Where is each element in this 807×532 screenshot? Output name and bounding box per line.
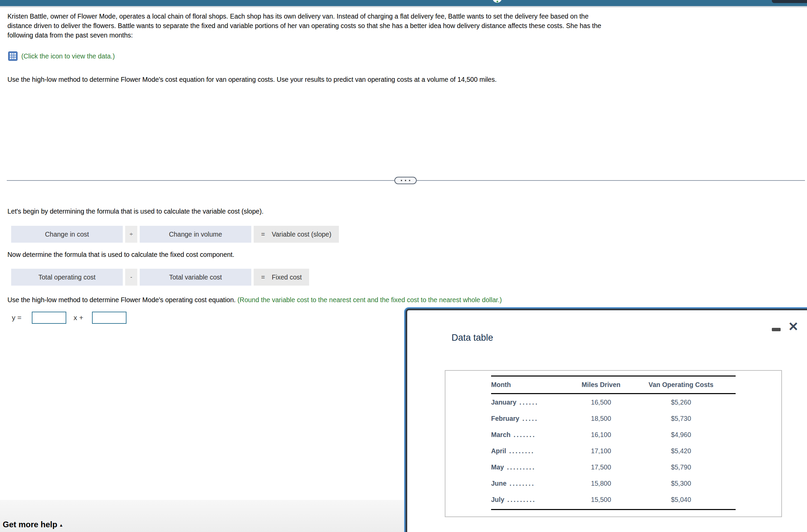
fixed-term1-answer[interactable]: Total operating cost <box>11 269 123 286</box>
fixed-formula-row: Total operating cost - Total variable co… <box>11 269 309 286</box>
slope-intro: Let's begin by determining the formula t… <box>7 208 263 215</box>
fixed-result-label: Fixed cost <box>272 273 302 281</box>
rounding-note: (Round the variable cost to the nearest … <box>237 296 502 304</box>
variable-cost-input[interactable] <box>32 311 66 324</box>
fixed-cost-input[interactable] <box>92 311 127 324</box>
equals-sign: = <box>261 230 265 238</box>
problem-line-3: following data from the past seven month… <box>7 31 802 40</box>
problem-line-1: Kristen Battle, owner of Flower Mode, op… <box>7 12 802 21</box>
close-icon[interactable]: ✕ <box>788 320 799 333</box>
slope-result-label: Variable cost (slope) <box>272 230 331 238</box>
equation-instruction: Use the high-low method to determine Flo… <box>7 296 502 304</box>
data-link-row: (Click the icon to view the data.) <box>8 51 115 61</box>
view-data-link[interactable]: (Click the icon to view the data.) <box>21 52 115 60</box>
minus-operator: - <box>125 269 137 286</box>
header-miles: Miles Driven <box>576 381 626 389</box>
slope-term1-answer[interactable]: Change in cost <box>11 226 123 243</box>
table-row: February..... 18,500 $5,730 <box>491 410 736 426</box>
ellipsis-icon <box>401 180 402 181</box>
get-more-help-button[interactable]: Get more help ▴ <box>3 520 62 529</box>
table-header-row: Month Miles Driven Van Operating Costs <box>491 376 736 394</box>
header-month: Month <box>491 381 576 389</box>
header-costs: Van Operating Costs <box>626 381 736 389</box>
fixed-intro: Now determine the formula that is used t… <box>7 251 234 259</box>
cropped-avatar-icon <box>493 0 502 3</box>
data-table: Month Miles Driven Van Operating Costs J… <box>491 376 736 510</box>
table-row: June........ 15,800 $5,300 <box>491 475 736 491</box>
equals-sign: = <box>261 273 265 281</box>
slope-formula-row: Change in cost ÷ Change in volume = Vari… <box>11 226 339 243</box>
equation-mid-label: x + <box>74 314 84 322</box>
slope-result-box: = Variable cost (slope) <box>254 226 339 243</box>
dialog-title: Data table <box>452 332 493 343</box>
slope-term2-answer[interactable]: Change in volume <box>140 226 251 243</box>
cropped-corner-panel <box>772 0 807 3</box>
data-table-dialog: Data table ✕ Month Miles Driven Van Oper… <box>404 307 807 532</box>
table-row: April........ 17,100 $5,420 <box>491 443 736 459</box>
minimize-icon[interactable] <box>772 328 781 331</box>
divide-operator: ÷ <box>125 226 137 243</box>
chevron-up-icon: ▴ <box>60 522 62 528</box>
page: Kristen Battle, owner of Flower Mode, op… <box>0 0 807 532</box>
data-table-container: Month Miles Driven Van Operating Costs J… <box>445 370 782 517</box>
problem-line-2: distance driven to deliver the flowers. … <box>7 21 802 31</box>
data-table-icon[interactable] <box>8 51 18 61</box>
fixed-result-box: = Fixed cost <box>254 269 309 286</box>
table-row: May......... 17,500 $5,790 <box>491 459 736 475</box>
table-row: July......... 15,500 $5,040 <box>491 491 736 508</box>
expand-collapse-button[interactable] <box>395 177 417 184</box>
problem-statement: Kristen Battle, owner of Flower Mode, op… <box>7 12 802 40</box>
table-row: January...... 16,500 $5,260 <box>491 394 736 410</box>
equation-lhs-label: y = <box>12 314 22 322</box>
table-row: March....... 16,100 $4,960 <box>491 426 736 443</box>
main-instruction: Use the high-low method to determine Flo… <box>7 76 496 83</box>
cost-equation-row: y = x + <box>12 311 127 324</box>
top-bar <box>0 0 807 7</box>
fixed-term2-answer[interactable]: Total variable cost <box>140 269 251 286</box>
